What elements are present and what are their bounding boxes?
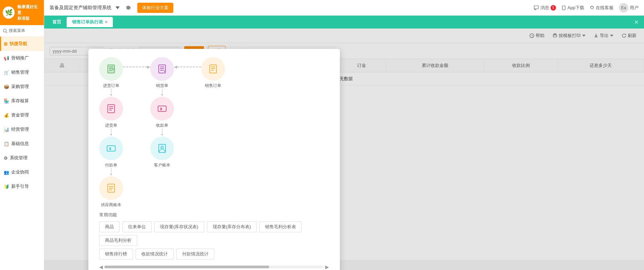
v-arrow-3: ▼	[109, 168, 113, 176]
purchase-bill-icon	[99, 97, 123, 121]
search-icon	[3, 29, 7, 33]
tab-home[interactable]: 首页	[47, 17, 67, 27]
sidebar-item-label: 系统管理	[10, 155, 28, 161]
flow-item-sales-bill[interactable]: 销货单	[150, 57, 174, 89]
v-arrow-2: ▼	[109, 128, 113, 137]
flow-item-purchase-bill[interactable]: 进货单	[99, 97, 123, 128]
scrollbar-track[interactable]	[104, 266, 324, 268]
common-btns-row1: 商品 往来单位 现存量(库存状况表) 现存量(库存分布表) 销售毛利分析表 商品…	[99, 221, 329, 246]
common-btn-product[interactable]: 商品	[99, 221, 120, 232]
svg-rect-36	[210, 65, 216, 73]
customer-ledger-icon	[150, 137, 174, 160]
common-btn-sales-rank[interactable]: 销售排行榜	[99, 249, 133, 259]
sidebar-item-label: 新手引导	[11, 183, 29, 190]
sidebar-item-purchase[interactable]: 📦 采购管理	[0, 79, 44, 94]
user-avatar: Ea	[619, 3, 628, 13]
tab-home-label: 首页	[52, 19, 61, 25]
sidebar-item-basic[interactable]: 📋 基础信息	[0, 137, 44, 151]
svg-rect-13	[108, 65, 115, 73]
receipt-bill-label: 收款单	[156, 123, 168, 128]
sidebar-item-inventory[interactable]: 🏪 库存核算	[0, 94, 44, 108]
svg-line-1	[6, 32, 7, 33]
message-icon	[534, 5, 539, 11]
message-label: 消息	[540, 5, 549, 11]
common-btn-payment-stats[interactable]: 付款情况统计	[176, 249, 214, 259]
user-label: 用户	[630, 5, 639, 11]
sidebar-item-label: 采购管理	[11, 84, 29, 90]
sidebar-item-label: 经营管理	[11, 126, 29, 132]
common-btn-product-profit[interactable]: 商品毛利分析	[99, 235, 137, 246]
popup-overlay[interactable]: 进货订单 ▼ 进	[44, 29, 644, 270]
common-btn-inventory-status[interactable]: 现存量(库存状况表)	[154, 221, 204, 232]
purchase-icon: 📦	[4, 84, 9, 89]
app-download-btn[interactable]: App下载	[561, 5, 584, 11]
finance-icon: 💰	[4, 113, 9, 118]
tab-close-btn[interactable]: ×	[105, 20, 107, 24]
svg-rect-2	[562, 6, 565, 10]
basic-icon: 📋	[4, 141, 9, 146]
tab-sales-order-exec[interactable]: 销售订单执行表 ×	[67, 17, 113, 27]
sidebar-item-collab[interactable]: 👥 企业协同	[0, 165, 44, 179]
sidebar-item-guide[interactable]: 🔰 新手引导	[0, 179, 44, 194]
system-dropdown-btn[interactable]	[116, 6, 120, 10]
system-title: 装备及固定资产辅助管理系统	[50, 5, 111, 11]
sidebar-item-system[interactable]: ⚙ 系统管理	[0, 151, 44, 165]
sidebar-logo[interactable]: 🌿 畅康通好生意 标准版	[0, 0, 44, 25]
payment-bill-icon: ¥	[99, 137, 123, 160]
sidebar-item-label: 营销推广	[11, 55, 29, 61]
sidebar-item-quick-nav[interactable]: ⊞ 快捷导航	[0, 37, 44, 51]
scrollbar-left-btn[interactable]: ◀	[99, 264, 103, 270]
purchase-order-label: 进货订单	[103, 83, 119, 89]
sidebar-search[interactable]: 搜索菜单	[0, 25, 44, 37]
message-btn[interactable]: 消息 5	[534, 5, 556, 11]
quick-nav-icon: ⊞	[4, 41, 7, 47]
sidebar-item-operations[interactable]: 📊 经营管理	[0, 122, 44, 137]
chevron-down-icon	[116, 6, 120, 10]
flow-item-supplier-ledger[interactable]: 供应商账本	[99, 176, 123, 208]
flow-item-payment-bill[interactable]: ¥ 付款单	[99, 137, 123, 168]
common-functions-title: 常用功能	[99, 212, 329, 218]
flow-item-customer-ledger[interactable]: 客户账本	[150, 137, 174, 168]
sidebar-item-label: 销售管理	[11, 69, 29, 75]
scrollbar-right-btn[interactable]: ▶	[325, 264, 329, 270]
popup-box: 进货订单 ▼ 进	[88, 49, 340, 270]
system-icon: ⚙	[4, 156, 8, 161]
svg-point-0	[3, 29, 6, 32]
sales-bill-icon	[150, 57, 174, 81]
topbar-right: 消息 5 App下载 在线客服 Ea 用户	[534, 3, 639, 13]
common-btn-sales-profit[interactable]: 销售毛利分析表	[259, 221, 302, 232]
receipt-bill-icon: ¥	[150, 97, 174, 121]
supplier-ledger-icon	[99, 176, 123, 200]
flow-item-receipt-bill[interactable]: ¥ 收款单	[150, 97, 174, 128]
logo-icon: 🌿	[3, 6, 15, 19]
common-btn-receipt-stats[interactable]: 收款情况统计	[136, 249, 174, 259]
flow-item-sales-order[interactable]: 销售订单	[201, 57, 225, 89]
svg-text:¥: ¥	[109, 147, 111, 151]
sidebar-item-marketing[interactable]: 📢 营销推广	[0, 51, 44, 65]
flow-item-purchase-order[interactable]: 进货订单	[99, 57, 123, 89]
svg-text:¥: ¥	[160, 107, 162, 111]
common-btn-partner[interactable]: 往来单位	[122, 221, 152, 232]
sales-icon: 🛒	[4, 70, 9, 75]
common-functions-section: 常用功能 商品 往来单位 现存量(库存状况表) 现存量(库存分布表) 销售毛利分…	[99, 212, 329, 259]
headset-icon	[590, 5, 594, 10]
gear-icon	[126, 5, 131, 11]
sales-bill-label: 销货单	[156, 83, 168, 89]
sidebar-item-sales[interactable]: 🛒 销售管理	[0, 65, 44, 79]
scrollbar-thumb	[104, 266, 269, 268]
sidebar-item-finance[interactable]: 💰 资金管理	[0, 108, 44, 122]
sales-order-icon	[201, 57, 225, 81]
close-window-btn[interactable]: ✕	[631, 19, 641, 25]
purchase-bill-label: 进货单	[105, 123, 117, 128]
settings-gear-btn[interactable]	[124, 3, 133, 13]
experience-btn[interactable]: 体验行业方案	[137, 3, 173, 13]
main-content: 装备及固定资产辅助管理系统 体验行业方案 消息 5 App下载	[44, 0, 644, 270]
user-avatar-btn[interactable]: Ea 用户	[619, 3, 639, 13]
common-btn-inventory-dist[interactable]: 现存量(库存分布表)	[207, 221, 257, 232]
v-arrow-1: ▼	[109, 89, 113, 97]
online-service-btn[interactable]: 在线客服	[590, 5, 613, 11]
purchase-order-icon	[99, 57, 123, 81]
svg-rect-27	[159, 65, 166, 73]
v-arrow-4: ▼	[160, 89, 164, 97]
tab-sales-order-exec-label: 销售订单执行表	[72, 19, 103, 25]
